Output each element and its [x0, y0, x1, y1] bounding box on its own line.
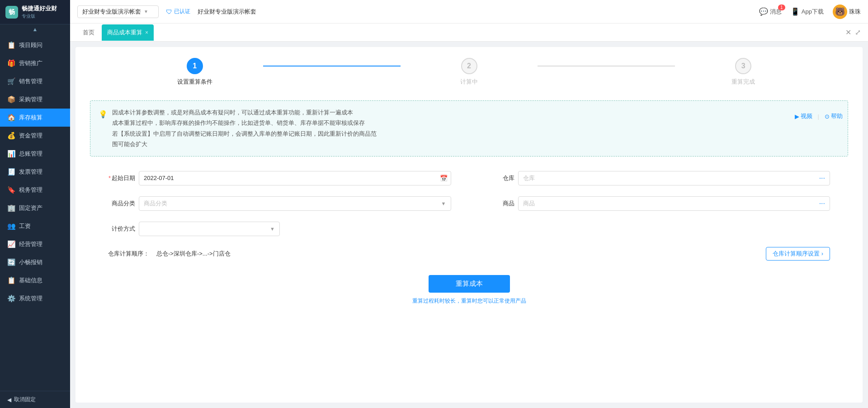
- marketing-icon: 🎁: [7, 59, 15, 67]
- tab-home-label: 首页: [83, 28, 94, 37]
- sidebar-item-expense[interactable]: 🔄 小畅报销: [0, 253, 70, 271]
- account-selector[interactable]: 好业财专业版演示帐套 ▼: [77, 5, 159, 18]
- tax-icon: 🔖: [7, 186, 15, 194]
- step-1-label: 设置重算条件: [177, 78, 212, 86]
- step-2-number: 2: [467, 62, 471, 70]
- basic-icon: 📋: [7, 276, 15, 285]
- goods-more-icon[interactable]: ···: [819, 199, 825, 208]
- start-date-field: 起始日期 📅: [108, 171, 451, 185]
- sidebar-item-label-inventory: 库存核算: [19, 114, 42, 122]
- sidebar-item-sales[interactable]: 🛒 销售管理: [0, 72, 70, 90]
- category-dropdown-icon: ▼: [441, 201, 446, 206]
- sidebar-item-inventory[interactable]: 🏠 库存核算: [0, 109, 70, 127]
- sidebar-item-marketing[interactable]: 🎁 营销推广: [0, 54, 70, 72]
- step-1-circle: 1: [187, 58, 203, 74]
- sidebar-item-label-system: 系统管理: [19, 294, 42, 303]
- sidebar-item-assets[interactable]: 🏢 固定资产: [0, 199, 70, 217]
- sidebar-item-basic[interactable]: 📋 基础信息: [0, 271, 70, 289]
- message-icon: 💬: [759, 7, 768, 16]
- app-download-button[interactable]: 📱 App下载: [791, 7, 824, 16]
- category-placeholder: 商品分类: [144, 199, 167, 208]
- phone-icon: 📱: [791, 7, 800, 16]
- info-line-4: 围可能会扩大: [112, 139, 377, 149]
- topbar-account-display: 好业财专业版演示帐套: [198, 8, 256, 16]
- expense-icon: 🔄: [7, 258, 15, 266]
- sidebar-item-system[interactable]: ⚙️ 系统管理: [0, 289, 70, 308]
- calc-order-label: 仓库计算顺序：: [108, 250, 149, 258]
- video-play-icon: ▶: [795, 113, 799, 120]
- step-1: 1 设置重算条件: [126, 58, 263, 86]
- tabs-bar: 首页 商品成本重算 × ✕ ⤢: [70, 24, 868, 42]
- help-link[interactable]: ⊙ 帮助: [825, 112, 843, 120]
- main-action-area: 重算成本 重算过程耗时较长，重算时您可以正常使用产品: [90, 275, 848, 305]
- step-1-number: 1: [193, 62, 197, 70]
- expand-window-button[interactable]: ⤢: [855, 28, 861, 37]
- sidebar-item-operations[interactable]: 📈 经营管理: [0, 235, 70, 253]
- calendar-icon[interactable]: 📅: [440, 175, 448, 182]
- pricing-select[interactable]: ▼: [139, 222, 280, 236]
- warehouse-label: 仓库: [487, 174, 514, 182]
- category-select[interactable]: 商品分类 ▼: [139, 196, 451, 211]
- sidebar-scroll-up[interactable]: ▲: [0, 24, 70, 34]
- sidebar-item-purchase[interactable]: 📦 采购管理: [0, 90, 70, 109]
- sidebar-item-label-basic: 基础信息: [19, 276, 42, 285]
- start-date-input-wrapper: 📅: [139, 171, 451, 185]
- close-window-button[interactable]: ✕: [845, 28, 851, 37]
- purchase-icon: 📦: [7, 95, 15, 104]
- topbar: 好业财专业版演示帐套 ▼ 🛡 已认证 好业财专业版演示帐套 💬 消息 1 📱 A…: [70, 0, 868, 24]
- sidebar-item-tax[interactable]: 🔖 税务管理: [0, 181, 70, 199]
- tab-close-icon[interactable]: ×: [145, 29, 148, 36]
- app-edition: 专业版: [22, 13, 57, 19]
- warehouse-more-icon[interactable]: ···: [819, 174, 825, 182]
- tab-home[interactable]: 首页: [77, 24, 100, 41]
- window-controls: ✕ ⤢: [845, 28, 861, 37]
- shield-icon: 🛡: [166, 8, 172, 15]
- steps-container: 1 设置重算条件 2 计算中 3 重算完成: [90, 58, 848, 86]
- start-date-input[interactable]: [139, 171, 451, 185]
- app-title-group: 畅捷通好业财 专业版: [22, 5, 57, 19]
- sidebar-item-invoice[interactable]: 🧾 发票管理: [0, 163, 70, 181]
- sidebar-item-label-ledger: 总账管理: [19, 150, 42, 158]
- sidebar-item-label-finance: 资金管理: [19, 132, 42, 140]
- warehouse-field: 仓库 仓库 ···: [487, 171, 830, 185]
- form-row-1: 起始日期 📅 仓库 仓库 ···: [108, 171, 830, 185]
- project-icon: 📋: [7, 41, 15, 49]
- sidebar-item-payroll[interactable]: 👥 工资: [0, 217, 70, 235]
- sidebar-item-label-assets: 固定资产: [19, 204, 42, 212]
- video-link[interactable]: ▶ 视频: [795, 112, 812, 120]
- calc-order-settings-button[interactable]: 仓库计算顺序设置 ›: [766, 247, 830, 261]
- sidebar-item-label-marketing: 营销推广: [19, 59, 42, 67]
- sidebar-item-ledger[interactable]: 📊 总账管理: [0, 145, 70, 163]
- app-name: 畅捷通好业财: [22, 5, 57, 13]
- avatar: 🐻: [833, 5, 847, 19]
- step-connector-1: [263, 66, 400, 66]
- sidebar-item-project[interactable]: 📋 项目顾问: [0, 36, 70, 54]
- sidebar-item-label-sales: 销售管理: [19, 77, 42, 85]
- sidebar-item-finance[interactable]: 💰 资金管理: [0, 127, 70, 145]
- sidebar-unpin-button[interactable]: ◀ 取消固定: [0, 391, 70, 408]
- step-3-number: 3: [741, 62, 745, 70]
- step-3-circle: 3: [735, 58, 751, 74]
- tab-product-cost[interactable]: 商品成本重算 ×: [102, 24, 154, 41]
- account-selector-arrow-icon: ▼: [144, 9, 148, 14]
- form-section: 起始日期 📅 仓库 仓库 ··· 商品分类: [90, 171, 848, 236]
- sidebar-item-label-project: 项目顾问: [19, 41, 42, 49]
- form-row-3: 计价方式 ▼: [108, 222, 830, 236]
- user-profile-button[interactable]: 🐻 珠珠: [833, 5, 861, 19]
- notification-badge: 1: [778, 5, 785, 10]
- recalc-cost-button[interactable]: 重算成本: [429, 275, 510, 293]
- warehouse-placeholder: 仓库: [523, 174, 535, 182]
- finance-icon: 💰: [7, 132, 15, 140]
- video-label: 视频: [801, 112, 812, 120]
- payroll-icon: 👥: [7, 222, 15, 230]
- category-field: 商品分类 商品分类 ▼: [108, 196, 451, 211]
- account-selector-name: 好业财专业版演示帐套: [82, 8, 141, 16]
- pricing-label: 计价方式: [108, 225, 135, 233]
- avatar-emoji: 🐻: [835, 7, 845, 17]
- verified-label: 已认证: [174, 8, 190, 15]
- message-button[interactable]: 💬 消息 1: [759, 7, 782, 16]
- topbar-right: 💬 消息 1 📱 App下载 🐻 珠珠: [759, 5, 861, 19]
- sidebar-item-label-purchase: 采购管理: [19, 95, 42, 104]
- goods-field: 商品 商品 ···: [487, 196, 830, 211]
- calc-order-row: 仓库计算顺序： 总仓->深圳仓库->...->门店仓 仓库计算顺序设置 ›: [90, 247, 848, 261]
